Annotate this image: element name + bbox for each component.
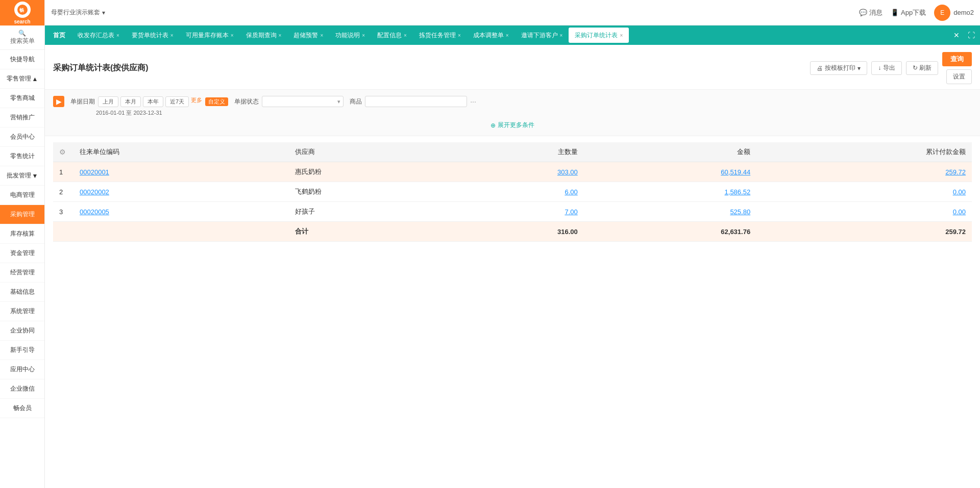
date-btn-this-year[interactable]: 本年 <box>143 96 163 107</box>
sidebar-item-inventory[interactable]: 库存核算 <box>0 224 44 244</box>
user-profile[interactable]: E demo2 <box>934 5 974 21</box>
date-more-btn[interactable]: 更多 <box>191 96 202 107</box>
sidebar-item-system[interactable]: 系统管理 <box>0 302 44 321</box>
refresh-label: 刷新 <box>919 64 932 71</box>
tab-available-stock[interactable]: 可用量库存账本 × <box>180 28 240 43</box>
sidebar-item-app-center[interactable]: 应用中心 <box>0 360 44 379</box>
topbar-left: 母婴行业演示账套 ▾ <box>51 8 105 17</box>
avatar: E <box>934 5 950 21</box>
sidebar-item-quick-nav[interactable]: 快捷导航 <box>0 50 44 69</box>
col-supplier-label: 供应商 <box>295 148 315 156</box>
sidebar-item-wholesale[interactable]: 批发管理 ▼ <box>0 166 44 186</box>
sidebar-item-wechat[interactable]: 企业微信 <box>0 379 44 399</box>
col-qty-label: 主数量 <box>558 148 578 156</box>
message-btn[interactable]: 💬 消息 <box>859 8 883 17</box>
tab-purchase-stats[interactable]: 采购订单统计表 × <box>569 28 629 43</box>
row-qty[interactable]: 6.00 <box>449 182 584 202</box>
sidebar-item-basic-info[interactable]: 基础信息 <box>0 282 44 302</box>
table-row[interactable]: 1 00020001 惠氏奶粉 303.00 60,519.44 259.72 <box>53 162 972 182</box>
goods-input[interactable] <box>365 96 467 107</box>
close-all-tabs-btn[interactable]: ✕ <box>950 30 963 40</box>
row-unit-code[interactable]: 00020005 <box>74 202 289 222</box>
sidebar-item-retail-shop[interactable]: 零售商城 <box>0 89 44 108</box>
filter-collapse-btn[interactable]: ▶ <box>53 96 64 107</box>
settings-btn[interactable]: 设置 <box>946 69 972 84</box>
col-amount-label: 金额 <box>737 148 750 156</box>
tab-goods-stats[interactable]: 要货单统计表 × <box>126 28 180 43</box>
tab-home[interactable]: 首页 <box>47 28 71 43</box>
row-unit-code[interactable]: 00020001 <box>74 162 289 182</box>
expand-label: 展开更多条件 <box>498 121 534 130</box>
row-index: 3 <box>53 202 74 222</box>
row-amount[interactable]: 1,586.52 <box>584 182 756 202</box>
tab-purchase-stats-label: 采购订单统计表 <box>575 31 618 40</box>
sidebar-item-member[interactable]: 会员中心 <box>0 127 44 147</box>
sidebar-item-operations[interactable]: 经营管理 <box>0 263 44 282</box>
column-settings-icon[interactable]: ⚙ <box>59 148 66 156</box>
refresh-btn[interactable]: ↻ 刷新 <box>906 61 938 75</box>
col-paid-amount-label: 累计付款金额 <box>926 148 966 156</box>
tab-invite-customer-close[interactable]: × <box>560 33 563 38</box>
row-paid-amount[interactable]: 259.72 <box>756 162 972 182</box>
query-label: 查询 <box>950 55 964 63</box>
row-qty[interactable]: 303.00 <box>449 162 584 182</box>
tab-overstock-close[interactable]: × <box>320 33 323 38</box>
row-unit-code[interactable]: 00020002 <box>74 182 289 202</box>
tab-receive-summary[interactable]: 收发存汇总表 × <box>71 28 126 43</box>
sidebar-item-member2[interactable]: 畅会员 <box>0 399 44 418</box>
status-select[interactable] <box>262 96 344 107</box>
tab-invite-customer[interactable]: 邀请下游客户 × <box>515 28 569 43</box>
sidebar-item-search[interactable]: 🔍 搜索英单 <box>0 25 44 50</box>
col-paid-amount: 累计付款金额 <box>756 142 972 162</box>
tab-receive-summary-close[interactable]: × <box>116 33 119 38</box>
col-qty: 主数量 <box>449 142 584 162</box>
wholesale-arrow-icon: ▼ <box>32 172 38 179</box>
export-btn[interactable]: ↓ 导出 <box>871 61 901 75</box>
row-amount[interactable]: 60,519.44 <box>584 162 756 182</box>
goods-more-icon[interactable]: ··· <box>470 97 476 106</box>
table-row[interactable]: 2 00020002 飞鹤奶粉 6.00 1,586.52 0.00 <box>53 182 972 202</box>
tab-config-info[interactable]: 配置信息 × <box>371 28 413 43</box>
tab-available-stock-close[interactable]: × <box>231 33 234 38</box>
row-paid-amount[interactable]: 0.00 <box>756 182 972 202</box>
tab-expiry[interactable]: 保质期查询 × <box>240 28 288 43</box>
query-btn[interactable]: 查询 <box>942 52 972 66</box>
print-btn[interactable]: 🖨 按模板打印 ▾ <box>810 61 867 75</box>
tab-pick-task[interactable]: 拣货任务管理 × <box>413 28 467 43</box>
date-btn-last-month[interactable]: 上月 <box>98 96 118 107</box>
tab-goods-stats-close[interactable]: × <box>170 33 174 38</box>
sidebar-item-retail-stats[interactable]: 零售统计 <box>0 147 44 166</box>
sidebar-item-enterprise[interactable]: 企业协同 <box>0 321 44 341</box>
filter-row-date-range: 2016-01-01 至 2023-12-31 <box>53 109 972 117</box>
tab-cost-adjust[interactable]: 成本调整单 × <box>467 28 515 43</box>
tab-purchase-stats-close[interactable]: × <box>620 33 623 38</box>
tab-function-desc-close[interactable]: × <box>362 33 365 38</box>
tab-expiry-close[interactable]: × <box>279 33 282 38</box>
tab-config-info-close[interactable]: × <box>404 33 407 38</box>
tab-cost-adjust-label: 成本调整单 <box>473 31 504 40</box>
tab-function-desc[interactable]: 功能说明 × <box>329 28 371 43</box>
sidebar-item-finance[interactable]: 资金管理 <box>0 244 44 263</box>
expand-conditions-btn[interactable]: ⊕ 展开更多条件 <box>491 121 534 130</box>
table-row[interactable]: 3 00020005 好孩子 7.00 525.80 0.00 <box>53 202 972 222</box>
date-btn-7days[interactable]: 近7天 <box>165 96 189 107</box>
sidebar-item-marketing[interactable]: 营销推广 <box>0 108 44 127</box>
row-amount[interactable]: 525.80 <box>584 202 756 222</box>
date-btn-this-month[interactable]: 本月 <box>120 96 141 107</box>
sidebar-item-retail[interactable]: 零售管理 ▲ <box>0 69 44 89</box>
row-paid-amount[interactable]: 0.00 <box>756 202 972 222</box>
tab-cost-adjust-close[interactable]: × <box>506 33 509 38</box>
sidebar-item-purchase[interactable]: 采购管理 <box>0 205 44 224</box>
sidebar: 畅 search 🔍 搜索英单 快捷导航 零售管理 ▲ 零售商城 营销推广 会员… <box>0 0 45 488</box>
data-table: ⚙ 往来单位编码 供应商 主数量 金额 <box>53 142 972 242</box>
workspace-selector[interactable]: 母婴行业演示账套 ▾ <box>51 8 105 17</box>
sidebar-item-guide[interactable]: 新手引导 <box>0 341 44 360</box>
sidebar-item-ecommerce[interactable]: 电商管理 <box>0 186 44 205</box>
maximize-btn[interactable]: ⛶ <box>965 30 978 40</box>
tab-overstock[interactable]: 超储预警 × <box>287 28 329 43</box>
tab-pick-task-close[interactable]: × <box>458 33 461 38</box>
app-download-btn[interactable]: 📱 App下载 <box>891 8 926 17</box>
row-qty[interactable]: 7.00 <box>449 202 584 222</box>
custom-tag: 自定义 <box>205 97 228 106</box>
date-range-display: 2016-01-01 至 2023-12-31 <box>96 109 162 117</box>
